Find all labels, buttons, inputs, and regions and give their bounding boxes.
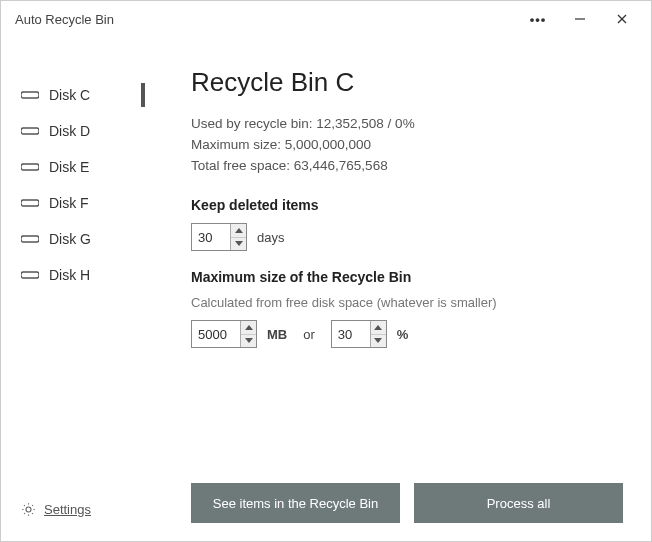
size-mb-input[interactable] [192,321,240,347]
chevron-down-icon [245,338,253,343]
disk-icon [21,197,39,209]
minimize-button[interactable] [559,5,601,33]
gear-icon [21,502,36,517]
chevron-down-icon [374,338,382,343]
sidebar-item-disk-c[interactable]: Disk C [1,77,161,113]
close-button[interactable] [601,5,643,33]
keep-section-title: Keep deleted items [191,197,623,213]
chevron-up-icon [245,325,253,330]
sidebar-item-label: Disk E [49,159,89,175]
sidebar-item-label: Disk D [49,123,90,139]
size-pct-down[interactable] [371,335,386,348]
sidebar-item-disk-e[interactable]: Disk E [1,149,161,185]
disk-icon [21,269,39,281]
sidebar-item-label: Disk H [49,267,90,283]
chevron-down-icon [235,241,243,246]
disk-icon [21,125,39,137]
keep-days-input[interactable] [192,224,230,250]
keep-days-up[interactable] [231,224,246,238]
sidebar-item-label: Disk C [49,87,90,103]
size-mb-spinner [191,320,257,348]
main-panel: Recycle Bin C Used by recycle bin: 12,35… [161,37,651,541]
window-title: Auto Recycle Bin [15,12,114,27]
size-pct-up[interactable] [371,321,386,335]
keep-days-down[interactable] [231,238,246,251]
total-free-space: Total free space: 63,446,765,568 [191,158,623,173]
more-icon: ••• [530,12,547,27]
more-button[interactable]: ••• [517,5,559,33]
percent-unit: % [397,327,409,342]
disk-icon [21,161,39,173]
chevron-up-icon [374,325,382,330]
size-pct-input[interactable] [332,321,370,347]
size-section-title: Maximum size of the Recycle Bin [191,269,623,285]
used-by-recycle-bin: Used by recycle bin: 12,352,508 / 0% [191,116,623,131]
sidebar-item-disk-h[interactable]: Disk H [1,257,161,293]
sidebar-item-label: Disk F [49,195,89,211]
days-unit: days [257,230,284,245]
sidebar: Disk C Disk D Disk E Disk F [1,37,161,541]
mb-unit: MB [267,327,287,342]
disk-icon [21,89,39,101]
see-items-button[interactable]: See items in the Recycle Bin [191,483,400,523]
settings-label: Settings [44,502,91,517]
size-mb-down[interactable] [241,335,256,348]
close-icon [616,13,628,25]
app-window: Auto Recycle Bin ••• Disk C Disk D [0,0,652,542]
maximum-size: Maximum size: 5,000,000,000 [191,137,623,152]
chevron-up-icon [235,228,243,233]
size-hint: Calculated from free disk space (whateve… [191,295,623,310]
page-title: Recycle Bin C [191,67,623,98]
titlebar: Auto Recycle Bin ••• [1,1,651,37]
process-all-button[interactable]: Process all [414,483,623,523]
size-pct-spinner [331,320,387,348]
content: Disk C Disk D Disk E Disk F [1,37,651,541]
or-text: or [303,327,315,342]
sidebar-item-label: Disk G [49,231,91,247]
sidebar-item-disk-f[interactable]: Disk F [1,185,161,221]
keep-days-spinner [191,223,247,251]
sidebar-item-disk-g[interactable]: Disk G [1,221,161,257]
minimize-icon [574,13,586,25]
disk-icon [21,233,39,245]
sidebar-item-disk-d[interactable]: Disk D [1,113,161,149]
settings-link[interactable]: Settings [1,492,161,531]
size-mb-up[interactable] [241,321,256,335]
